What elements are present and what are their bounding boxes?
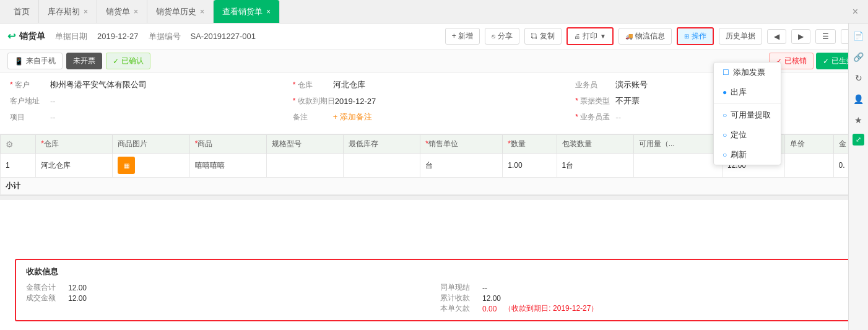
locate-icon: ○	[723, 131, 727, 139]
main-content: ↩ 销货单 单据日期 2019-12-27 单据编号 SA-20191227-0…	[0, 24, 868, 330]
tab-sales-close[interactable]: ×	[134, 7, 138, 16]
address-label: 客户地址	[10, 96, 50, 106]
refresh-item[interactable]: ○ 刷新	[714, 145, 781, 165]
sales-order-icon: ↩	[7, 30, 15, 42]
window-close-button[interactable]: ×	[848, 6, 863, 17]
row-image: ▦	[113, 154, 189, 178]
locate-item[interactable]: ○ 定位	[714, 125, 781, 145]
phone-icon: 📱	[14, 57, 24, 66]
due-extra: （收款到期日: 2019-12-27）	[504, 303, 598, 314]
out-warehouse-item[interactable]: ● 出库	[714, 82, 781, 102]
tab-sales-history-close[interactable]: ×	[200, 7, 204, 16]
print-button[interactable]: 🖨 打印 ▼	[566, 27, 614, 45]
transaction-row: 成交金额 12.00	[26, 293, 428, 303]
print-icon: 🖨	[574, 33, 580, 40]
horizontal-scrollbar[interactable]	[0, 195, 868, 200]
due-date-field: 收款到期日 2019-12-27	[293, 96, 576, 106]
tab-inventory-label: 库存期初	[48, 6, 80, 17]
row-unit: 台	[420, 154, 503, 178]
confirm-button[interactable]: ✓ 已确认	[106, 53, 150, 69]
plus-icon: +	[333, 112, 338, 121]
history-button[interactable]: 历史单据	[719, 28, 762, 45]
tab-bar: 首页 库存期初 × 销货单 × 销货单历史 × 查看销货单 × ×	[0, 0, 868, 24]
salesperson-label: 业务员孟	[575, 112, 615, 123]
doc-title-group: ↩ 销货单	[7, 30, 45, 42]
out-warehouse-label: 出库	[731, 87, 747, 98]
warehouse-value: 河北仓库	[333, 79, 365, 90]
list-view-button[interactable]: ☰	[815, 29, 836, 44]
staff-value: 演示账号	[615, 79, 648, 90]
col-product: *商品	[189, 135, 266, 154]
subtotal-label: 小计	[1, 178, 868, 195]
copy-button[interactable]: ⿻ 复制	[524, 28, 562, 45]
row-available	[633, 154, 722, 178]
next-button[interactable]: ▶	[791, 29, 810, 44]
share-button[interactable]: ⎋ 分享	[485, 28, 519, 45]
tab-view-sales-close[interactable]: ×	[266, 7, 271, 16]
operations-button[interactable]: ⊞ 操作	[677, 27, 714, 45]
row-spec	[266, 154, 343, 178]
add-note-button[interactable]: + 添加备注	[333, 111, 372, 123]
confirmed-label: 已确认	[121, 56, 144, 66]
same-order-label: 同单现结	[440, 282, 477, 293]
due-row: 本单欠款 0.00 （收款到期日: 2019-12-27）	[440, 303, 842, 314]
col-available: 可用量（...	[633, 135, 722, 154]
date-label: 单据日期	[55, 31, 87, 42]
link-sidebar-icon[interactable]: 🔗	[851, 50, 866, 64]
tab-inventory[interactable]: 库存期初 ×	[39, 0, 97, 23]
doc-sidebar-icon[interactable]: 📄	[851, 28, 866, 43]
not-open-ticket-button[interactable]: 未开票	[66, 53, 102, 69]
new-button[interactable]: + 新增	[445, 28, 480, 45]
row-pack-qty: 1台	[557, 154, 633, 178]
col-warehouse: *仓库	[36, 135, 113, 154]
doc-actions: + 新增 ⎋ 分享 ⿻ 复制 🖨 打印 ▼ 🚚 物流信息	[445, 27, 861, 45]
col-unit: *销售单位	[420, 135, 503, 154]
rotate-sidebar-icon[interactable]: ↻	[853, 71, 865, 85]
prev-button[interactable]: ◀	[767, 29, 786, 44]
right-sidebar: 📄 🔗 ↻ 👤 ★ ⤢	[848, 24, 868, 330]
row-seq: 1	[1, 154, 36, 178]
dropdown-separator	[714, 103, 781, 104]
effective-icon: ✓	[823, 57, 829, 66]
logistics-button[interactable]: 🚚 物流信息	[618, 28, 672, 45]
number-label: 单据编号	[149, 31, 181, 42]
expand-sidebar-icon[interactable]: ⤢	[853, 134, 864, 145]
print-dropdown-arrow: ▼	[600, 33, 606, 40]
available-qty-item[interactable]: ○ 可用量提取	[714, 105, 781, 125]
ticket-label: 票据类型	[575, 96, 615, 106]
project-field: 项目 --	[10, 112, 293, 123]
star-sidebar-icon[interactable]: ★	[852, 113, 865, 128]
row-min-stock	[343, 154, 420, 178]
col-settings: ⚙	[1, 135, 36, 154]
tab-inventory-close[interactable]: ×	[84, 7, 88, 16]
bottom-section: 收款信息 金额合计 12.00 成交金额 12.00	[0, 250, 868, 330]
person-sidebar-icon[interactable]: 👤	[851, 92, 866, 106]
tab-sales-history[interactable]: 销货单历史 ×	[147, 0, 214, 23]
customer-field: 客户 柳州粤港平安气体有限公司	[10, 79, 293, 90]
number-value: SA-20191227-001	[191, 32, 256, 41]
tab-sales[interactable]: 销货单 ×	[97, 0, 147, 23]
operations-icon: ⊞	[684, 33, 689, 40]
share-icon: ⎋	[492, 33, 495, 40]
same-order-row: 同单现结 --	[440, 282, 842, 293]
locate-label: 定位	[731, 129, 747, 141]
copy-icon: ⿻	[531, 33, 537, 40]
tab-sales-history-label: 销货单历史	[156, 6, 196, 17]
gear-icon: ⚙	[6, 139, 14, 149]
amount-value: 12.00	[68, 284, 87, 292]
col-price: 单价	[785, 135, 833, 154]
address-value: --	[50, 97, 56, 106]
due-value: 0.00	[482, 305, 497, 313]
payment-left: 金额合计 12.00 成交金额 12.00	[26, 282, 428, 314]
tab-home[interactable]: 首页	[5, 0, 39, 23]
tab-home-label: 首页	[14, 6, 30, 17]
from-phone-button[interactable]: 📱 来自手机	[7, 53, 63, 69]
project-label: 项目	[10, 112, 50, 123]
tab-view-sales[interactable]: 查看销货单 ×	[214, 0, 280, 23]
project-value: --	[50, 113, 56, 122]
add-invoice-item[interactable]: ☐ 添加发票	[714, 63, 781, 82]
row-quantity: 1.00	[503, 154, 557, 178]
warehouse-field: 仓库 河北仓库	[293, 79, 576, 90]
due-date-value: 2019-12-27	[335, 97, 376, 106]
date-value: 2019-12-27	[97, 32, 139, 41]
